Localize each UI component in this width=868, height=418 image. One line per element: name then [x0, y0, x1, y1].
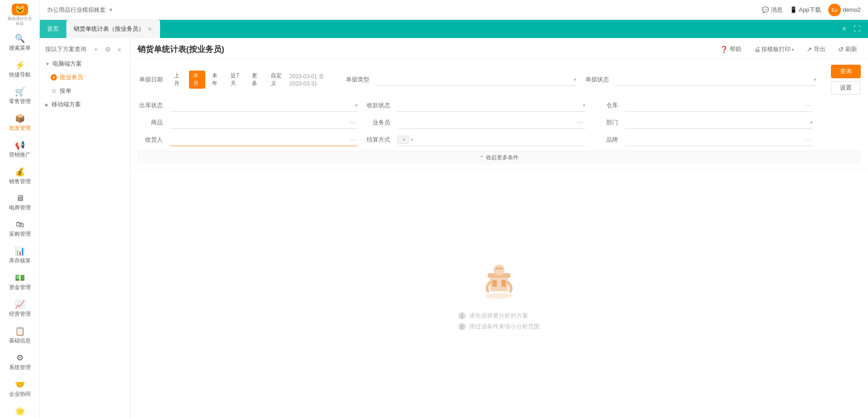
tree-arrow-pc: ▼: [45, 62, 50, 66]
refresh-button[interactable]: ↺ 刷新: [835, 43, 861, 55]
date-btn-last-month[interactable]: 上月: [170, 71, 186, 89]
tree-label-mobile: 移动端方案: [52, 100, 81, 109]
help-button[interactable]: ❓ 帮助: [717, 43, 745, 55]
salesperson-control[interactable]: ···: [397, 116, 585, 129]
date-btn-more[interactable]: 更多: [248, 71, 264, 89]
date-range-text: 2023-03-01 至 2023-03-31: [289, 73, 337, 87]
action-buttons: 查询 设置: [831, 65, 861, 95]
receipt-status-control[interactable]: ▾: [397, 99, 585, 112]
receipt-status-label: 收款状态: [365, 101, 390, 109]
payment-control[interactable]: × ▾: [397, 133, 585, 146]
empty-hint-2: 2 用过滤条件来缩小分析范围: [458, 323, 540, 331]
warehouse-dots[interactable]: ···: [803, 101, 813, 109]
sidebar: 🐱 畅捷通好生意标版 🔍 搜索菜单 ⚡ 快捷导航 🛒 零售管理 📦 批发管理 📢…: [0, 0, 40, 418]
sidebar-item-operation[interactable]: 📈 经营管理: [2, 296, 38, 322]
export-button[interactable]: ↗ 导出: [803, 43, 829, 55]
tree-item-bysingle[interactable]: ⊞ 按单: [40, 84, 130, 98]
dept-control[interactable]: ▾: [625, 116, 813, 129]
consignee-dots[interactable]: ···: [348, 136, 358, 144]
sidebar-item-finance[interactable]: 💵 资金管理: [2, 269, 38, 295]
fullscreen-button[interactable]: ⛶: [852, 23, 863, 35]
enterprise-icon: 🤝: [4, 380, 36, 390]
filter-area: 单据日期 上月 本月 本年 近7天 更多 自定义 2023-03-01 至 20…: [130, 59, 868, 170]
system-icon: ⚙: [4, 353, 36, 363]
export-icon: ↗: [807, 46, 812, 53]
app-download-button[interactable]: 📱 App下载: [790, 6, 821, 14]
date-btn-this-month[interactable]: 本月: [189, 71, 205, 89]
app-dropdown-icon[interactable]: ▾: [109, 6, 113, 13]
sidebar-item-marketing[interactable]: 📢 营销推广: [2, 137, 38, 162]
svg-point-0: [486, 293, 513, 299]
sidebar-item-retail[interactable]: 🛒 零售管理: [2, 83, 38, 109]
sidebar-item-sales[interactable]: 💰 销售管理: [2, 163, 38, 189]
date-btn-7days[interactable]: 近7天: [226, 71, 245, 89]
settings-scheme-button[interactable]: ⚙: [103, 44, 113, 54]
sidebar-item-system[interactable]: ⚙ 系统管理: [2, 349, 38, 375]
warehouse-label: 仓库: [593, 101, 618, 109]
tree-circle-icon: ●: [51, 74, 57, 81]
sidebar-item-search[interactable]: 🔍 搜索菜单: [2, 30, 38, 56]
brand-label: 品牌: [593, 136, 618, 144]
stock-status-control[interactable]: ▾: [170, 99, 358, 112]
topbar-right: 💬 消息 📱 App下载 Ea demo2: [762, 4, 861, 16]
sidebar-item-quicknav[interactable]: ⚡ 快捷导航: [2, 57, 38, 82]
sidebar-item-ecommerce[interactable]: 🖥 电商管理: [2, 190, 38, 215]
sidebar-item-basic[interactable]: 📋 基础信息: [2, 323, 38, 348]
goods-control[interactable]: ···: [170, 116, 358, 129]
collapse-bar[interactable]: ⌃ 收起更多条件: [137, 151, 861, 164]
user-avatar-button[interactable]: Ea demo2: [828, 4, 861, 16]
hint-num-2: 2: [458, 323, 466, 330]
payment-tag-close[interactable]: ×: [402, 137, 406, 143]
print-button[interactable]: 🖨 按模板打印 ▾: [750, 43, 797, 55]
date-btn-this-year[interactable]: 本年: [208, 71, 224, 89]
empty-state: 1 请先选择要分析的方案 2 用过滤条件来缩小分析范围: [130, 170, 868, 418]
empty-illustration: [476, 257, 522, 303]
payment-dropdown-icon: ▾: [410, 137, 413, 143]
warehouse-control[interactable]: ···: [625, 99, 813, 112]
content: 按以下方案查询 + ⚙ « ▼ 电脑端方案: [40, 38, 868, 418]
date-label: 单据日期: [137, 76, 163, 84]
sidebar-item-inventory[interactable]: 📊 库存核算: [2, 242, 38, 268]
brand-dots[interactable]: ···: [803, 136, 813, 144]
close-tab-button[interactable]: ×: [840, 23, 848, 35]
dept-label: 部门: [593, 119, 618, 127]
sidebar-item-enterprise[interactable]: 🤝 企业协同: [2, 376, 38, 402]
date-btn-custom[interactable]: 自定义: [267, 71, 287, 89]
empty-hints: 1 请先选择要分析的方案 2 用过滤条件来缩小分析范围: [458, 312, 540, 331]
tab-home[interactable]: 首页: [40, 20, 66, 38]
payment-tag: ×: [397, 136, 409, 144]
tree-arrow-mobile: ▶: [45, 102, 49, 107]
left-panel-actions: + ⚙ «: [91, 44, 124, 54]
home-tab-label: 首页: [47, 25, 59, 33]
brand-control[interactable]: ···: [625, 133, 813, 146]
quicknav-icon: ⚡: [4, 60, 36, 70]
tree-item-pc-group[interactable]: ▼ 电脑端方案: [40, 57, 130, 71]
active-tab-label: 销货单统计表（按业务员）: [74, 25, 144, 33]
newbie-icon: 🌟: [4, 406, 36, 416]
tree-item-salesperson[interactable]: ● 按业务员: [40, 71, 130, 84]
add-scheme-button[interactable]: +: [91, 44, 101, 54]
goods-dots[interactable]: ···: [348, 119, 358, 127]
collapse-panel-button[interactable]: «: [114, 44, 124, 54]
salesperson-dots[interactable]: ···: [576, 119, 585, 127]
query-button[interactable]: 查询: [831, 65, 861, 78]
print-dropdown-arrow: ▾: [792, 47, 794, 52]
filter-row-1: 单据日期 上月 本月 本年 近7天 更多 自定义 2023-03-01 至 20…: [137, 65, 861, 95]
help-icon: ❓: [720, 46, 728, 53]
sidebar-item-newbie[interactable]: 🌟 新手引导: [2, 403, 38, 418]
topbar-left: 办公用品行业模拟账套 ▾: [47, 6, 113, 14]
consignee-control[interactable]: ···: [170, 133, 358, 146]
tree-item-mobile-group[interactable]: ▶ 移动端方案: [40, 98, 130, 111]
message-button[interactable]: 💬 消息: [762, 6, 783, 14]
doc-type-control[interactable]: ▾: [377, 73, 577, 86]
tabbar-actions: × ⛶: [840, 23, 868, 35]
sidebar-item-wholesale[interactable]: 📦 批发管理: [2, 110, 38, 136]
svg-point-6: [496, 267, 498, 269]
doc-status-label: 单据状态: [584, 76, 609, 84]
tab-salesperson-report[interactable]: 销货单统计表（按业务员） ×: [66, 20, 160, 38]
page-header: 销货单统计表(按业务员) ❓ 帮助 🖨 按模板打印 ▾ ↗ 导出: [130, 38, 868, 59]
tab-close-button[interactable]: ×: [147, 24, 152, 33]
settings-button[interactable]: 设置: [831, 81, 861, 95]
doc-status-control[interactable]: ▾: [616, 73, 816, 86]
sidebar-item-purchase[interactable]: 🛍 采购管理: [2, 216, 38, 242]
